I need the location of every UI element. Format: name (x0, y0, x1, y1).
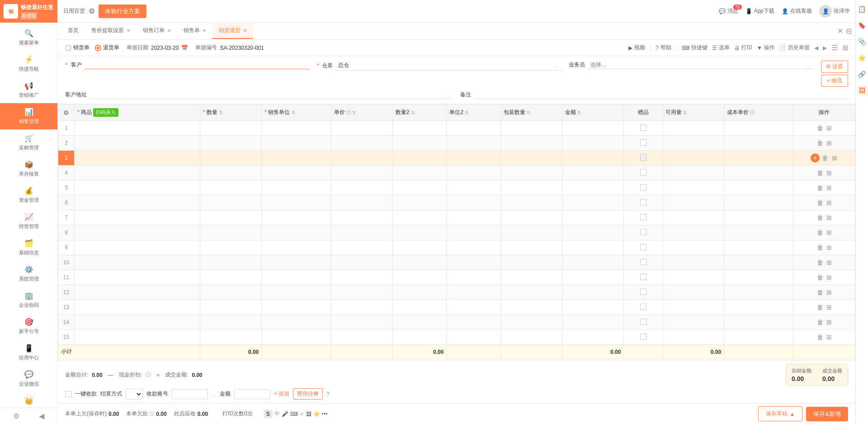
delete-row-btn[interactable]: 🗑 (816, 273, 824, 282)
cell-qty2[interactable] (393, 225, 447, 240)
radio-return[interactable]: 退货单 (95, 44, 119, 52)
cell-amount[interactable] (562, 195, 624, 210)
delete-row-btn[interactable]: 🗑 (816, 243, 824, 252)
copy-row-btn[interactable]: ⊞ (826, 273, 833, 282)
cell-amount[interactable] (562, 300, 624, 315)
cell-gift[interactable] (624, 315, 662, 330)
cell-pkg-qty[interactable] (500, 255, 562, 270)
goods-input[interactable] (77, 244, 197, 251)
draft-dropdown-icon[interactable]: ▲ (789, 411, 795, 417)
tab-close-all-icon[interactable]: ✕ (837, 27, 843, 35)
cell-qty2[interactable] (393, 121, 447, 136)
cell-goods[interactable] (75, 240, 200, 255)
gift-checkbox[interactable] (640, 289, 646, 295)
cell-cost-price[interactable] (724, 225, 793, 240)
account-more-icon[interactable]: ... (212, 391, 216, 397)
toolbar-operation[interactable]: ▼ 操作 (757, 44, 775, 52)
cell-unit2[interactable] (447, 225, 500, 240)
cell-cost-price[interactable] (724, 315, 793, 330)
cell-pkg-qty[interactable] (500, 210, 562, 225)
cell-cost-price[interactable] (724, 210, 793, 225)
cell-available[interactable] (662, 285, 724, 300)
cell-unit2[interactable] (447, 270, 500, 285)
delete-row-btn[interactable]: 🗑 (816, 288, 824, 297)
app-download-btn[interactable]: 📱 App下载 (745, 7, 774, 15)
delete-row-btn[interactable]: 🗑 (816, 318, 824, 327)
sidebar-item-member[interactable]: 👑 畅会员 (0, 392, 57, 408)
cell-gift[interactable] (624, 151, 662, 166)
cell-unit[interactable] (262, 195, 331, 210)
tool-icon-zhong[interactable]: 中 (274, 410, 280, 418)
cell-amount[interactable] (562, 225, 624, 240)
cell-pkg-qty[interactable] (500, 300, 562, 315)
fee-split-btn[interactable]: 费用分摊 (293, 388, 323, 400)
cell-amount[interactable] (562, 151, 624, 166)
cell-price[interactable] (331, 255, 392, 270)
cell-quantity[interactable] (200, 195, 261, 210)
goods-input[interactable] (77, 200, 197, 206)
cell-unit[interactable] (262, 181, 331, 195)
cell-cost-price[interactable] (724, 151, 793, 166)
delete-row-btn[interactable]: 🗑 (816, 183, 824, 192)
cell-goods[interactable] (75, 330, 200, 345)
staff-more-icon[interactable]: ... (807, 62, 811, 68)
sort-unit-icon[interactable]: ⇅ (292, 110, 295, 115)
tool-icon-keyboard[interactable]: ⌨ (290, 411, 298, 417)
goods-input[interactable] (77, 274, 197, 281)
cell-cost-price[interactable] (724, 255, 793, 270)
tool-icon-img[interactable]: 🖼 (306, 411, 311, 417)
cell-cost-price[interactable] (724, 181, 793, 195)
cell-unit[interactable] (262, 315, 331, 330)
cell-gift[interactable] (624, 240, 662, 255)
cell-pkg-qty[interactable] (500, 181, 562, 195)
cell-gift[interactable] (624, 330, 662, 345)
sort-pkg-icon[interactable]: ⇅ (527, 110, 530, 115)
settings-btn[interactable]: ⚙ 设置 (821, 61, 848, 73)
cell-amount[interactable] (562, 121, 624, 136)
goods-input[interactable] (77, 140, 197, 146)
cell-unit[interactable] (262, 300, 331, 315)
goods-input[interactable] (77, 334, 197, 340)
cell-qty2[interactable] (393, 240, 447, 255)
copy-row-btn[interactable]: ⊞ (826, 168, 833, 177)
cell-qty2[interactable] (393, 255, 447, 270)
tool-icon-s[interactable]: S (264, 410, 273, 418)
gift-checkbox[interactable] (640, 184, 646, 191)
sidebar-item-operations[interactable]: 📈 经营管理 (0, 208, 57, 234)
radio-sale[interactable]: 销货单 (65, 44, 90, 52)
cell-price[interactable] (331, 270, 392, 285)
header-settings-icon[interactable]: ⚙ (89, 7, 95, 15)
cell-pkg-qty[interactable] (500, 240, 562, 255)
cell-amount[interactable] (562, 255, 624, 270)
cell-goods[interactable] (75, 270, 200, 285)
goods-input[interactable] (77, 125, 197, 131)
toolbar-print[interactable]: 🖨 打印 (734, 44, 752, 52)
cell-quantity[interactable] (200, 300, 261, 315)
goods-input[interactable] (77, 214, 197, 221)
cell-amount[interactable] (562, 136, 624, 151)
gift-checkbox[interactable] (640, 229, 646, 235)
cell-cost-price[interactable] (724, 330, 793, 345)
sidebar-settings-btn[interactable]: ⚙ (13, 412, 19, 420)
cell-gift[interactable] (624, 225, 662, 240)
cell-cost-price[interactable] (724, 136, 793, 151)
user-menu-btn[interactable]: 👤 徐泽华 (819, 5, 850, 18)
cell-available[interactable] (662, 300, 724, 315)
cell-goods[interactable] (75, 195, 200, 210)
cell-gift[interactable] (624, 270, 662, 285)
cell-gift[interactable] (624, 255, 662, 270)
view-grid-icon[interactable]: ⊞ (842, 43, 848, 52)
cell-cost-price[interactable] (724, 270, 793, 285)
cell-quantity[interactable] (200, 166, 261, 181)
cell-pkg-qty[interactable] (500, 285, 562, 300)
view-list-icon[interactable]: ☰ (831, 43, 838, 52)
cell-amount[interactable] (562, 166, 624, 181)
save-new-button[interactable]: 保存&新增 (806, 407, 848, 421)
cell-qty2[interactable] (393, 195, 447, 210)
add-row-btn[interactable]: + (811, 153, 820, 162)
cell-available[interactable] (662, 240, 724, 255)
cell-price[interactable] (331, 315, 392, 330)
copy-row-btn[interactable]: ⊞ (826, 138, 833, 148)
cell-pkg-qty[interactable] (500, 315, 562, 330)
gift-checkbox[interactable] (640, 333, 646, 340)
